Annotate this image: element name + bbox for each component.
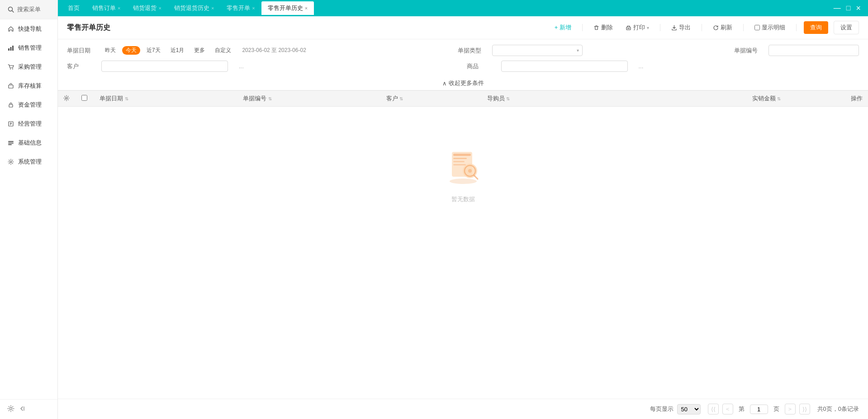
date-opt-7days[interactable]: 近7天 [143,46,164,55]
sidebar-search[interactable]: 搜索采单 [0,0,57,19]
svg-point-31 [468,169,472,173]
box-icon [7,82,14,89]
sidebar-item-jingying[interactable]: 经营管理 [0,114,57,133]
home-icon [7,25,14,33]
tab-close-sales-order[interactable]: × [118,5,120,11]
sidebar-item-label: 库存核算 [18,82,42,90]
page-header: 零售开单历史 + 新增 删除 打印 ▾ 导出 刷新 [58,16,868,39]
th-guide[interactable]: 导购员 ⇅ [482,91,604,107]
refresh-button[interactable]: 刷新 [709,22,736,33]
sort-icon-customer[interactable]: ⇅ [399,96,403,101]
date-opt-yesterday[interactable]: 昨天 [101,46,119,55]
date-options: 昨天 今天 近7天 近1月 更多 自定义 [101,46,235,55]
report-icon [7,120,14,127]
sidebar-item-kuaijie[interactable]: 快捷导航 [0,19,57,38]
sidebar-item-xiaoshou[interactable]: 销售管理 [0,38,57,57]
sidebar-item-caigou[interactable]: 采购管理 [0,57,57,76]
goods-dots[interactable]: ... [635,62,647,71]
maximize-btn[interactable]: □ [846,4,851,12]
per-page-select[interactable]: 102050100 [677,404,701,414]
tab-close-sales-return-history[interactable]: × [211,5,214,11]
number-input[interactable] [768,45,859,56]
print-button[interactable]: 打印 ▾ [622,22,653,33]
export-button[interactable]: 导出 [668,22,694,33]
sidebar-item-xitong[interactable]: 系统管理 [0,152,57,171]
th-date[interactable]: 单据日期 ⇅ [94,91,237,107]
date-opt-1month[interactable]: 近1月 [167,46,188,55]
th-amount[interactable]: 实销金额 ⇅ [643,91,786,107]
select-all-checkbox[interactable] [81,95,87,101]
tab-close-retail-open[interactable]: × [252,5,255,11]
display-detail-checkbox[interactable] [754,25,760,30]
svg-point-17 [10,408,12,410]
search-icon [7,6,14,13]
type-select-wrap: ▾ [492,45,583,56]
tab-retail-history[interactable]: 零售开单历史 × [261,1,314,15]
sort-icon-amount[interactable]: ⇅ [777,96,781,101]
filter-row-2: 客户 ... 商品 ... [67,61,859,72]
next-page-btn[interactable]: ＞ [785,404,796,414]
filter-area: 单据日期 昨天 今天 近7天 近1月 更多 自定义 2023-06-02 至 2… [58,39,868,90]
pagination: 每页显示 102050100 ⟨⟨ ＜ 第 1 页 ＞ ⟩⟩ 共0页，0条记录 [58,399,868,419]
date-opt-today[interactable]: 今天 [122,46,140,55]
sidebar-search-label: 搜索采单 [17,5,41,14]
sort-icon-date[interactable]: ⇅ [125,96,128,101]
sidebar: 搜索采单 快捷导航 销售管理 采购管理 库存核算 资金管理 经营 [0,0,58,419]
minimize-btn[interactable]: — [834,4,841,12]
collapse-sidebar-icon[interactable] [18,405,25,414]
page-number-input[interactable]: 1 [750,405,768,414]
customer-input[interactable] [101,61,228,72]
lock-icon [7,101,14,108]
type-select[interactable] [492,45,583,56]
collapse-button[interactable]: ∧ 收起更多条件 [442,76,484,90]
delete-button[interactable]: 删除 [590,22,617,33]
add-button[interactable]: + 新增 [551,22,575,33]
tab-close-sales-return[interactable]: × [158,5,161,11]
close-btn[interactable]: × [856,4,861,13]
sort-icon-number[interactable]: ⇅ [268,96,272,101]
sidebar-item-kucun[interactable]: 库存核算 [0,76,57,95]
main-content: 首页 销售订单 × 销货退货 × 销货退货历史 × 零售开单 × 零售开单历史 … [58,0,868,419]
svg-point-16 [10,161,12,163]
th-customer[interactable]: 客户 ⇅ [381,91,482,107]
goods-label: 商品 [467,62,494,71]
sidebar-item-label: 销售管理 [18,44,42,52]
sort-icon-guide[interactable]: ⇅ [506,96,510,101]
query-button[interactable]: 查询 [804,21,828,34]
tab-close-retail-history[interactable]: × [305,5,308,11]
header-actions: + 新增 删除 打印 ▾ 导出 刷新 [551,21,859,34]
th-checkbox[interactable] [76,91,94,107]
tab-sales-order[interactable]: 销售订单 × [86,1,127,15]
total-text: 共0页，0条记录 [817,405,859,413]
first-page-btn[interactable]: ⟨⟨ [708,404,719,414]
tab-bar: 首页 销售订单 × 销货退货 × 销货退货历史 × 零售开单 × 零售开单历史 … [58,0,868,16]
tab-retail-open[interactable]: 零售开单 × [220,1,261,15]
sidebar-item-label: 资金管理 [18,101,42,109]
svg-line-1 [12,11,14,13]
display-detail-button[interactable]: 显示明细 [751,22,789,33]
tab-sales-return[interactable]: 销货退货 × [127,1,167,15]
divider5 [796,24,797,31]
th-number[interactable]: 单据编号 ⇅ [237,91,381,107]
goods-input[interactable] [501,61,628,72]
th-settings[interactable] [58,91,76,107]
type-label: 单据类型 [458,47,485,55]
svg-rect-26 [453,161,465,162]
divider2 [660,24,660,31]
svg-point-6 [12,69,13,70]
prev-page-btn[interactable]: ＜ [722,404,733,414]
sidebar-item-zijin[interactable]: 资金管理 [0,95,57,114]
sidebar-bottom [0,399,57,419]
tab-home[interactable]: 首页 [62,1,86,15]
date-opt-more[interactable]: 更多 [190,46,209,55]
th-spacer [603,91,643,107]
date-opt-custom[interactable]: 自定义 [211,46,235,55]
settings-icon[interactable] [7,405,14,414]
tab-sales-return-history[interactable]: 销货退货历史 × [168,1,220,15]
th-action: 操作 [786,91,868,107]
filter-row-1: 单据日期 昨天 今天 近7天 近1月 更多 自定义 2023-06-02 至 2… [67,45,859,56]
sidebar-item-jichu[interactable]: 基础信息 [0,133,57,152]
last-page-btn[interactable]: ⟩⟩ [799,404,810,414]
customer-dots[interactable]: ... [235,62,247,71]
settings-btn[interactable]: 设置 [834,21,859,34]
